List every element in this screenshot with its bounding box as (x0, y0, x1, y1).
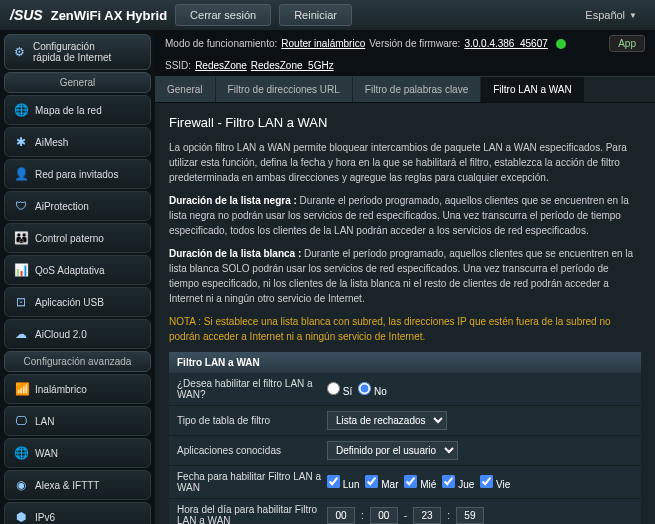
wifi-icon: 📶 (13, 381, 29, 397)
sidebar-item-parental[interactable]: 👪Control paterno (4, 223, 151, 253)
app-badge[interactable]: App (609, 35, 645, 52)
sidebar-section-advanced: Configuración avanzada (4, 351, 151, 372)
mode-label: Modo de funcionamiento: (165, 38, 277, 49)
radio-no[interactable]: No (358, 382, 387, 397)
chk-jue[interactable]: Jue (442, 475, 474, 490)
tab-url-filter[interactable]: Filtro de direcciones URL (216, 77, 353, 102)
language-selector[interactable]: Español (577, 5, 645, 25)
fw-value[interactable]: 3.0.0.4.386_45607 (464, 38, 547, 49)
sidebar-item-network-map[interactable]: 🌐Mapa de la red (4, 95, 151, 125)
time1-m1[interactable] (370, 507, 398, 524)
sidebar-item-usb[interactable]: ⊡Aplicación USB (4, 287, 151, 317)
sidebar-item-wan[interactable]: 🌐WAN (4, 438, 151, 468)
desc-blacklist: Duración de la lista negra : Durante el … (169, 193, 641, 238)
product-name: ZenWiFi AX Hybrid (51, 8, 167, 23)
logout-button[interactable]: Cerrar sesión (175, 4, 271, 26)
chk-mar[interactable]: Mar (365, 475, 398, 490)
cloud-icon: ☁ (13, 326, 29, 342)
guest-icon: 👤 (13, 166, 29, 182)
qos-icon: 📊 (13, 262, 29, 278)
shield-icon: 🛡 (13, 198, 29, 214)
mesh-icon: ✱ (13, 134, 29, 150)
sidebar-item-lan[interactable]: 🖵LAN (4, 406, 151, 436)
radio-yes[interactable]: Sí (327, 382, 352, 397)
time1-m2[interactable] (456, 507, 484, 524)
ipv6-icon: ⬢ (13, 509, 29, 524)
tab-general[interactable]: General (155, 77, 216, 102)
sidebar-item-aimesh[interactable]: ✱AiMesh (4, 127, 151, 157)
reboot-button[interactable]: Reiniciar (279, 4, 352, 26)
ssid-label: SSID: (165, 60, 191, 71)
usb-icon: ⊡ (13, 294, 29, 310)
gear-icon: ⚙ (11, 44, 27, 60)
known-apps-select[interactable]: Definido por el usuario (327, 441, 458, 460)
chk-vie[interactable]: Vie (480, 475, 510, 490)
section-filter-header: Filtro LAN a WAN (169, 352, 641, 373)
globe-icon: 🌐 (13, 102, 29, 118)
known-apps-label: Aplicaciones conocidas (177, 445, 327, 456)
filter-type-select[interactable]: Lista de rechazados (327, 411, 447, 430)
sidebar-item-aicloud[interactable]: ☁AiCloud 2.0 (4, 319, 151, 349)
lan-icon: 🖵 (13, 413, 29, 429)
fw-label: Versión de firmware: (369, 38, 460, 49)
tab-lan-wan-filter[interactable]: Filtro LAN a WAN (481, 77, 585, 102)
page-title: Firewall - Filtro LAN a WAN (169, 115, 641, 130)
time1-label: Hora del día para habilitar Filtro LAN a… (177, 504, 327, 524)
tab-keyword-filter[interactable]: Filtro de palabras clave (353, 77, 481, 102)
note-text: NOTA : Si establece una lista blanca con… (169, 314, 641, 344)
sidebar-item-ipv6[interactable]: ⬢IPv6 (4, 502, 151, 524)
mode-value[interactable]: Router inalámbrico (281, 38, 365, 49)
alexa-icon: ◉ (13, 477, 29, 493)
chk-lun[interactable]: Lun (327, 475, 359, 490)
status-led (556, 39, 566, 49)
ssid-2[interactable]: RedesZone_5GHz (251, 60, 334, 71)
sidebar-section-general: General (4, 72, 151, 93)
filter-type-label: Tipo de tabla de filtro (177, 415, 327, 426)
sidebar-item-aiprotection[interactable]: 🛡AiProtection (4, 191, 151, 221)
brand-logo: /SUS (10, 7, 43, 23)
time1-h1[interactable] (327, 507, 355, 524)
time1-h2[interactable] (413, 507, 441, 524)
desc-intro: La opción filtro LAN a WAN permite bloqu… (169, 140, 641, 185)
ssid-1[interactable]: RedesZone (195, 60, 247, 71)
parental-icon: 👪 (13, 230, 29, 246)
sidebar-item-alexa[interactable]: ◉Alexa & IFTTT (4, 470, 151, 500)
quick-setup-button[interactable]: ⚙ Configuraciónrápida de Internet (4, 34, 151, 70)
chk-mie[interactable]: Mié (404, 475, 436, 490)
sidebar-item-qos[interactable]: 📊QoS Adaptativa (4, 255, 151, 285)
sidebar-item-guest[interactable]: 👤Red para invitados (4, 159, 151, 189)
date1-label: Fecha para habilitar Filtro LAN a WAN (177, 471, 327, 493)
desc-whitelist: Duración de la lista blanca : Durante el… (169, 246, 641, 306)
enable-label: ¿Desea habilitar el filtro LAN a WAN? (177, 378, 327, 400)
wan-icon: 🌐 (13, 445, 29, 461)
sidebar-item-wireless[interactable]: 📶Inalámbrico (4, 374, 151, 404)
